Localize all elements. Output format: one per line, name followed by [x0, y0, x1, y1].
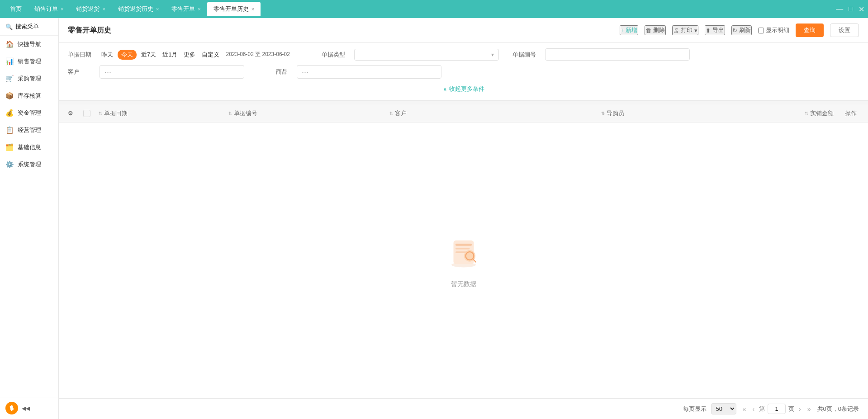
print-dropdown-icon: ▾ [694, 27, 697, 34]
empty-state: 暂无数据 [59, 122, 868, 398]
bill-type-dropdown-icon: ▾ [491, 52, 494, 58]
table-header: ⚙ ⇅ 单据日期 ⇅ 单据编号 ⇅ 客户 ⇅ 导购员 [59, 104, 868, 122]
total-info: 共0页，0条记录 [817, 405, 859, 413]
delete-icon: 🗑 [645, 27, 651, 34]
bill-num-input[interactable] [545, 48, 690, 61]
sort-icon-guide: ⇅ [601, 111, 605, 116]
sidebar-item-base-info[interactable]: 🗂️ 基础信息 [0, 139, 58, 156]
inventory-icon: 📦 [5, 92, 14, 100]
setting-button[interactable]: 设置 [830, 24, 859, 37]
next-page-btn[interactable]: › [797, 405, 803, 414]
bill-type-label: 单据类型 [322, 51, 345, 59]
empty-text: 暂无数据 [451, 280, 476, 288]
sort-icon-num: ⇅ [228, 111, 232, 116]
close-tab-sales-return[interactable]: × [102, 6, 105, 12]
sidebar-item-inventory[interactable]: 📦 库存核算 [0, 87, 58, 104]
goods-select[interactable]: ··· [297, 65, 441, 79]
tab-retail-open-history[interactable]: 零售开单历史 × [207, 2, 261, 16]
empty-illustration [443, 232, 484, 273]
base-info-icon: 🗂️ [5, 143, 14, 151]
date-opt-7days[interactable]: 近7天 [139, 50, 158, 60]
tab-home[interactable]: 首页 [4, 2, 28, 16]
finance-icon: 💰 [5, 109, 14, 117]
sys-icon: ⚙️ [5, 160, 14, 169]
quick-nav-icon: 🏠 [5, 40, 14, 48]
display-detail-checkbox[interactable] [758, 28, 764, 33]
first-page-btn[interactable]: « [741, 405, 748, 414]
export-icon: ⬆ [706, 27, 711, 34]
sidebar-item-quick-nav[interactable]: 🏠 快捷导航 [0, 36, 58, 53]
goods-filter-label: 商品 [276, 68, 288, 76]
date-opt-today[interactable]: 今天 [118, 50, 137, 60]
page-header: 零售开单历史 + 新增 🗑 删除 🖨 打印 ▾ ⬆ 导出 [59, 18, 868, 43]
query-button[interactable]: 查询 [796, 24, 824, 37]
sidebar-item-operations[interactable]: 📋 经营管理 [0, 122, 58, 139]
sidebar-item-finance[interactable]: 💰 资金管理 [0, 104, 58, 122]
maximize-btn[interactable]: □ [849, 5, 853, 14]
collapse-up-icon: ∧ [443, 86, 447, 93]
tab-sales-return[interactable]: 销货退货 × [70, 2, 111, 16]
purchase-icon: 🛒 [5, 75, 14, 83]
close-btn[interactable]: ✕ [859, 5, 864, 14]
date-range-display: 2023-06-02 至 2023-06-02 [226, 51, 289, 58]
page-size-label: 每页显示 [683, 405, 707, 413]
last-page-btn[interactable]: » [806, 405, 813, 414]
sidebar-item-sales-mgmt[interactable]: 📊 销售管理 [0, 53, 58, 70]
table-area: ⚙ ⇅ 单据日期 ⇅ 单据编号 ⇅ 客户 ⇅ 导购员 [59, 104, 868, 419]
date-opt-1month[interactable]: 近1月 [161, 50, 179, 60]
col-amount[interactable]: ⇅ 实销金额 [728, 109, 837, 118]
date-filter-label: 单据日期 [68, 51, 95, 59]
close-tab-retail-open-history[interactable]: × [251, 6, 254, 12]
prev-page-btn[interactable]: ‹ [750, 405, 756, 414]
sidebar-item-purchase-mgmt[interactable]: 🛒 采购管理 [0, 70, 58, 87]
tab-sales-return-history[interactable]: 销货退货历史 × [112, 2, 165, 16]
gear-icon [9, 405, 15, 411]
tab-sales-order[interactable]: 销售订单 × [28, 2, 70, 16]
date-opt-custom[interactable]: 自定义 [200, 50, 221, 60]
filter-row-client: 客户 ··· 商品 ··· [68, 65, 859, 79]
col-date[interactable]: ⇅ 单据日期 [95, 109, 225, 118]
minimize-btn[interactable]: — [836, 5, 843, 14]
page-nav: « ‹ 第 页 › » [741, 404, 813, 414]
col-num[interactable]: ⇅ 单据编号 [225, 109, 385, 118]
window-controls: — □ ✕ [836, 5, 864, 14]
svg-rect-2 [455, 244, 472, 246]
display-detail-toggle[interactable]: 显示明细 [758, 26, 789, 34]
select-all-checkbox[interactable] [83, 110, 90, 117]
date-opt-yesterday[interactable]: 昨天 [100, 50, 115, 60]
table-header-checkbox[interactable] [79, 110, 95, 117]
gear-button[interactable] [5, 402, 18, 414]
close-tab-sales-return-history[interactable]: × [156, 6, 159, 12]
refresh-button[interactable]: ↻ 刷新 [731, 25, 752, 35]
export-button[interactable]: ⬆ 导出 [705, 25, 725, 35]
top-tabbar: 首页 销售订单 × 销货退货 × 销货退货历史 × 零售开单 × 零售开单历史 … [0, 0, 868, 18]
tab-retail-open[interactable]: 零售开单 × [165, 2, 207, 16]
client-select[interactable]: ··· [100, 65, 244, 79]
col-action: 操作 [837, 109, 864, 118]
date-opt-more[interactable]: 更多 [182, 50, 197, 60]
filter-bar: 单据日期 昨天 今天 近7天 近1月 更多 自定义 2023-06-02 至 2… [59, 43, 868, 101]
close-tab-sales-order[interactable]: × [61, 6, 63, 12]
table-settings-btn[interactable]: ⚙ [62, 110, 79, 117]
bill-type-select[interactable]: ▾ [354, 49, 499, 61]
page-number-input[interactable] [768, 404, 786, 414]
sidebar: 🔍 搜索采单 🏠 快捷导航 📊 销售管理 🛒 采购管理 📦 库存核算 💰 资金管… [0, 18, 59, 419]
header-actions: + 新增 🗑 删除 🖨 打印 ▾ ⬆ 导出 ↻ 刷新 [620, 24, 859, 37]
close-tab-retail-open[interactable]: × [198, 6, 200, 12]
add-button[interactable]: + 新增 [620, 25, 638, 35]
page-label: 第 [759, 405, 765, 413]
page-size-select[interactable]: 20 50 100 [711, 403, 736, 414]
content-area: 零售开单历史 + 新增 🗑 删除 🖨 打印 ▾ ⬆ 导出 [59, 18, 868, 419]
col-guide[interactable]: ⇅ 导购员 [598, 109, 727, 118]
delete-button[interactable]: 🗑 删除 [645, 25, 666, 35]
col-client[interactable]: ⇅ 客户 [386, 109, 598, 118]
collapse-more-btn[interactable]: ∧ 收起更多条件 [68, 83, 859, 95]
sidebar-collapse-btn[interactable]: ◂◂ [22, 403, 30, 413]
sidebar-item-sys-mgmt[interactable]: ⚙️ 系统管理 [0, 156, 58, 173]
page-unit: 页 [788, 405, 794, 413]
print-button[interactable]: 🖨 打印 ▾ [672, 25, 698, 35]
search-bill[interactable]: 🔍 搜索采单 [0, 18, 58, 36]
sidebar-bottom: ◂◂ [0, 397, 58, 419]
client-dots: ··· [104, 68, 111, 76]
goods-dots: ··· [302, 68, 308, 76]
